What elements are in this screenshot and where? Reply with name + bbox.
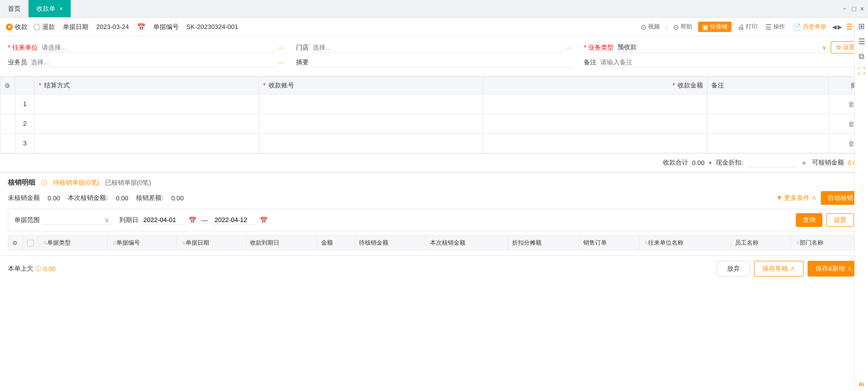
row-amount-3[interactable]	[483, 134, 707, 153]
tab-home[interactable]: 首页	[0, 0, 28, 17]
more-conditions-btn[interactable]: ▼ 更多条件 ∧	[776, 194, 817, 202]
list-view-icon[interactable]: ☰	[846, 22, 853, 31]
print-button[interactable]: 🖨 打印	[735, 23, 760, 31]
delete-icon-2[interactable]: 🗑	[848, 120, 855, 128]
date-to-cal-icon[interactable]: 📅	[260, 217, 268, 224]
nav-next-icon[interactable]: ▶	[838, 24, 842, 30]
row-amount-2[interactable]	[483, 114, 707, 134]
business-type-field: * 业务类型 预收款 ∨ ⚙ 设置	[584, 41, 860, 54]
help-label: 帮助	[680, 23, 692, 31]
operation-button[interactable]: ☰ 操作	[763, 23, 787, 31]
discount-input[interactable]	[747, 158, 796, 168]
radio-refund[interactable]: 退款	[33, 23, 55, 31]
delete-icon-3[interactable]: 🗑	[848, 140, 855, 147]
date-to-input[interactable]	[213, 215, 257, 225]
store-input[interactable]	[311, 43, 565, 53]
ai-label[interactable]: Ai	[859, 381, 864, 387]
row-settlement-2[interactable]	[35, 114, 259, 134]
gear-icon[interactable]: ⚙	[4, 82, 10, 89]
bottom-table: ⚙ ⇅单据类型 ⇅单据编号	[8, 235, 860, 251]
range-select[interactable]: ∨	[43, 215, 111, 225]
print-icon: 🖨	[737, 23, 744, 31]
tab-done[interactable]: 已核销单据(0笔)	[105, 178, 151, 187]
business-type-dropdown-icon[interactable]: ∨	[822, 44, 827, 51]
row-account-1[interactable]	[259, 94, 483, 114]
table-row: 3 🗑 ⊕	[0, 134, 868, 153]
maximize-button[interactable]: □	[852, 5, 856, 13]
minimize-button[interactable]: －	[841, 4, 848, 13]
partner-input[interactable]	[40, 43, 276, 53]
date-from-input[interactable]	[141, 215, 186, 225]
filter-settings-button[interactable]: 设置	[826, 213, 854, 227]
row-settlement-1[interactable]	[35, 94, 259, 114]
bottom-gear-icon[interactable]: ⚙	[12, 240, 18, 247]
salesperson-input[interactable]	[29, 57, 276, 67]
col-settings-header[interactable]: ⚙	[0, 77, 15, 94]
footer: 本单上欠 ⓘ 0.00 放弃 保存草稿 ∧ 保存&新增 ∧	[0, 255, 868, 281]
diff-label: 核销差额:	[136, 194, 163, 202]
row-remark-2[interactable]	[707, 114, 829, 134]
partner-more-icon[interactable]: ···	[278, 44, 284, 52]
summary-field: 摘要	[296, 57, 572, 67]
nav-prev-icon[interactable]: ◀	[832, 24, 837, 30]
date-calendar-icon[interactable]: 📅	[137, 23, 145, 31]
radio-receive[interactable]: 收款	[6, 23, 27, 31]
save-new-button[interactable]: 保存&新增 ∧	[808, 261, 860, 277]
carry-info-icon[interactable]: ⓘ	[35, 265, 41, 273]
row-remark-1[interactable]	[707, 94, 829, 114]
nav-arrows: ◀ ▶	[832, 24, 842, 30]
footer-right: 放弃 保存草稿 ∧ 保存&新增 ∧	[717, 261, 860, 277]
sidebar-icon-3[interactable]: ⧉	[859, 52, 864, 61]
filter-row: 单据范围 ∨ 到期日 📅 — 📅 查询 设置	[8, 209, 860, 231]
col-settlement-header: * 结算方式	[35, 77, 259, 94]
sidebar-icon-1[interactable]: ⊞	[858, 22, 865, 31]
equal-sign: =	[802, 159, 806, 167]
date-from-cal-icon[interactable]: 📅	[189, 217, 196, 224]
due-date-field: 到期日 📅 — 📅	[119, 215, 268, 225]
help-button[interactable]: ⊙ 帮助	[671, 23, 694, 31]
history-button[interactable]: 📄 历史单据	[791, 23, 828, 31]
current-value: 0.00	[116, 195, 128, 202]
remark-field: 备注	[584, 57, 860, 67]
sidebar-icon-4[interactable]: ⛶	[858, 67, 866, 76]
close-button[interactable]: ×	[860, 5, 864, 13]
summary-input[interactable]	[311, 57, 572, 67]
row-account-2[interactable]	[259, 114, 483, 134]
delete-icon-1[interactable]: 🗑	[848, 100, 855, 108]
abandon-button[interactable]: 放弃	[717, 261, 750, 277]
row-amount-1[interactable]	[483, 94, 707, 114]
select-all-checkbox[interactable]	[27, 240, 34, 247]
shortcut-button[interactable]: ▣ 快捷键	[698, 22, 732, 32]
summary-label: 摘要	[296, 58, 309, 67]
remark-input[interactable]	[598, 57, 860, 67]
row-settlement-3[interactable]	[35, 134, 259, 153]
store-more-icon[interactable]: ···	[567, 44, 572, 52]
unverified-label: 未核销金额	[8, 194, 40, 202]
main-content: 收款 退款 单据日期 2023-03-24 📅 单据编号 SK-20230324…	[0, 18, 868, 391]
row-account-3[interactable]	[259, 134, 483, 153]
salesperson-more-icon[interactable]: ···	[278, 58, 284, 66]
video-label: 视频	[648, 23, 660, 31]
partner-field: * 往来单位 ···	[8, 43, 284, 53]
print-label: 打印	[746, 23, 758, 31]
col-account-label: 收款账号	[269, 82, 294, 89]
col-amount-label: 收款金额	[678, 82, 703, 89]
tab-active[interactable]: 收款单 ×	[28, 0, 71, 17]
save-new-label: 保存&新增 ∧	[815, 264, 852, 273]
query-button[interactable]: 查询	[796, 213, 822, 227]
tab-active-label: 收款单	[36, 4, 55, 13]
table-wrapper: ⚙ * 结算方式 * 收款账号 * 收款金额 备注	[0, 77, 868, 153]
row-remark-3[interactable]	[707, 134, 829, 153]
recon-info-icon[interactable]: ⓘ	[41, 179, 47, 187]
total-value: 0.00	[692, 159, 705, 167]
video-button[interactable]: ⊙ 视频	[639, 23, 662, 31]
tab-pending[interactable]: 待核销单据(0笔)	[53, 178, 99, 187]
col-dept-name: ⇅部门名称	[790, 236, 860, 251]
col-remark-header: 备注	[707, 77, 829, 94]
range-dropdown-icon[interactable]: ∨	[105, 216, 109, 223]
business-type-select[interactable]: 预收款 ∨	[616, 42, 827, 53]
window-controls: － □ ×	[841, 4, 868, 13]
save-draft-button[interactable]: 保存草稿 ∧	[754, 261, 804, 277]
sidebar-icon-2[interactable]: ☰	[858, 37, 865, 46]
tab-close-icon[interactable]: ×	[59, 5, 63, 12]
